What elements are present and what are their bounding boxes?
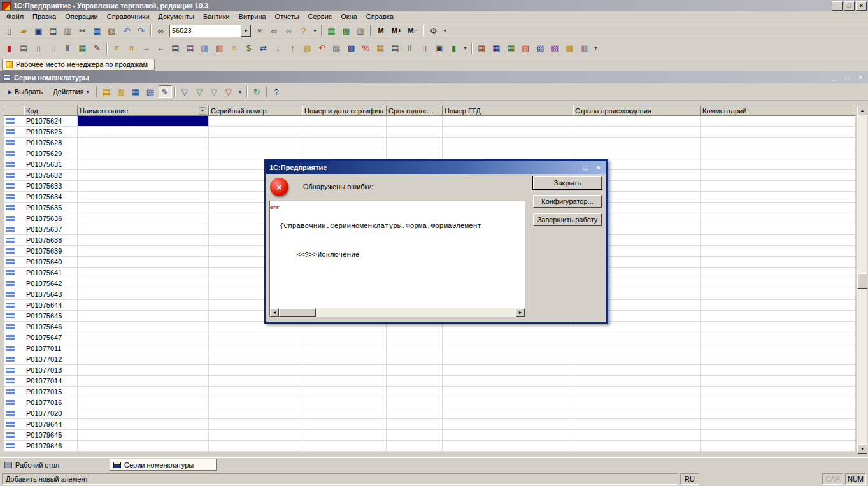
report-stock-icon[interactable]: ▦ (490, 42, 503, 55)
error-message-box[interactable]: err {Справочник.СерииНоменклатуры.Форма.… (269, 201, 525, 317)
table-row[interactable]: P01077012 (4, 354, 855, 365)
table-row[interactable]: P01075624 (4, 116, 855, 127)
move-item-icon[interactable]: ▦ (129, 85, 143, 98)
report-money-icon[interactable]: ▦ (504, 42, 518, 55)
counterparty-icon[interactable]: ii (61, 42, 75, 55)
hierarchy-view-icon[interactable]: ▤ (100, 85, 113, 98)
print-form-icon[interactable]: ▤ (17, 42, 31, 55)
edit-icon[interactable]: ✎ (90, 42, 104, 55)
column-header[interactable]: Наименование▼ (78, 106, 209, 116)
table-row[interactable]: P01079644 (4, 419, 855, 430)
discount-icon[interactable]: % (359, 42, 373, 55)
redo-icon[interactable]: ↷ (134, 24, 148, 37)
doc-journal-icon[interactable]: ▨ (330, 42, 343, 55)
price-list-icon[interactable]: ▩ (345, 42, 358, 55)
child-close-button[interactable]: × (856, 74, 865, 81)
filter-by-value-icon[interactable]: ▽ (193, 85, 206, 98)
series-icon[interactable]: ▤ (388, 42, 402, 55)
maximize-button[interactable]: □ (844, 1, 855, 11)
transfer-icon[interactable]: ⇄ (257, 42, 270, 55)
filter-off-icon[interactable]: ▽ (222, 85, 236, 98)
menu-item[interactable]: Справка (362, 12, 398, 21)
scroll-down-icon[interactable]: ▼ (857, 444, 867, 454)
horizontal-scroll-thumb[interactable] (279, 308, 316, 317)
help-icon[interactable]: ? (270, 85, 283, 98)
calculator-icon[interactable]: ▥ (354, 24, 367, 37)
menu-item[interactable]: Витрина (234, 12, 271, 21)
shutdown-button[interactable]: Завершить работу (533, 213, 602, 226)
money-doc-icon[interactable]: $ (242, 42, 255, 55)
menu-item[interactable]: Сервис (304, 12, 337, 21)
vertical-scrollbar[interactable]: ▲ ▼ (857, 106, 867, 454)
return-doc-icon[interactable]: ↶ (315, 42, 329, 55)
quick-search-combo-input[interactable] (169, 25, 241, 37)
spreadsheet-icon[interactable]: ▦ (325, 24, 338, 37)
menu-item[interactable]: Окна (336, 12, 362, 21)
doc-copy-icon[interactable]: ▯ (32, 42, 45, 55)
open-icon[interactable]: ▰ (17, 24, 31, 37)
cash-register-icon[interactable]: ▣ (432, 42, 446, 55)
new-document-icon[interactable]: ▯ (3, 24, 16, 37)
column-header[interactable]: Страна происхождения (573, 106, 701, 116)
contract-icon[interactable]: ▯ (418, 42, 431, 55)
menu-item[interactable]: Документы (153, 12, 199, 21)
report-debt-icon[interactable]: ▧ (519, 42, 532, 55)
minimize-button[interactable]: _ (832, 1, 843, 11)
vertical-scroll-thumb[interactable] (857, 273, 867, 289)
sort-indicator-icon[interactable]: ▼ (199, 107, 206, 115)
order-icon[interactable]: ▧ (301, 42, 314, 55)
column-header[interactable] (4, 106, 24, 116)
table-row[interactable]: P01079645 (4, 430, 855, 441)
coins-icon[interactable]: ¤ (227, 42, 241, 55)
horizontal-scrollbar[interactable]: ◄ ► (270, 308, 525, 317)
cash-in-icon[interactable]: ¤ (110, 42, 124, 55)
window-tab-series[interactable]: Серии номенклатуры (110, 459, 217, 471)
table-row[interactable]: P01077011 (4, 343, 855, 354)
column-header[interactable]: Код (24, 106, 78, 116)
list-view-icon[interactable]: ▥ (115, 85, 128, 98)
quick-search-combo-drop-icon[interactable]: ▼ (241, 25, 251, 37)
table-row[interactable]: P01075629 (4, 148, 855, 159)
search-in-list-icon[interactable]: ▧ (144, 85, 157, 98)
undo-icon[interactable]: ↶ (120, 24, 133, 37)
docs-dropdown-caret-icon[interactable]: ▾ (462, 42, 469, 55)
configurator-button[interactable]: Конфигуратор... (533, 195, 602, 208)
table-edit-icon[interactable]: ▩ (339, 24, 353, 37)
menu-item[interactable]: Файл (2, 12, 28, 21)
dialog-maximize-button[interactable]: □ (581, 164, 590, 171)
vertical-scroll-track[interactable] (857, 115, 867, 444)
report-chart-icon[interactable]: ▩ (563, 42, 576, 55)
table-row[interactable]: P01077015 (4, 387, 855, 397)
find-icon[interactable]: ∞ (154, 24, 167, 37)
refresh-icon[interactable]: ↻ (250, 85, 264, 98)
column-header[interactable]: Срок годнос... (387, 106, 443, 116)
report-price-icon[interactable]: ▧ (534, 42, 547, 55)
reports-dropdown-caret-icon[interactable]: ▾ (592, 42, 599, 55)
workspace-tab[interactable]: Рабочее место менеджера по продажам (2, 59, 155, 71)
menu-item[interactable]: Правка (28, 12, 60, 21)
menu-item[interactable]: Бантики (199, 12, 234, 21)
child-minimize-button[interactable]: _ (829, 74, 838, 81)
menu-item[interactable]: Операции (60, 12, 102, 21)
close-error-button[interactable]: Закрыть (533, 176, 602, 189)
scroll-left-icon[interactable]: ◄ (270, 308, 279, 317)
invoice-out-icon[interactable]: ▤ (183, 42, 197, 55)
table-row[interactable]: P01077013 (4, 365, 855, 376)
memory-button[interactable]: M (374, 24, 388, 37)
cut-icon[interactable]: ✂ (76, 24, 89, 37)
close-button[interactable]: × (856, 1, 867, 11)
actions-button[interactable]: Действия▾ (48, 85, 94, 99)
filter-icon[interactable]: ▽ (178, 85, 192, 98)
menu-item[interactable]: Отчеты (271, 12, 304, 21)
table-row[interactable]: P01075628 (4, 138, 855, 148)
doc-copy-2-icon[interactable]: ▯ (46, 42, 60, 55)
cash-out-icon[interactable]: ¤ (125, 42, 138, 55)
menu-item[interactable]: Справочники (103, 12, 154, 21)
copy-icon[interactable]: ▦ (90, 24, 104, 37)
memory-minus-button[interactable]: M− (406, 24, 421, 37)
scroll-up-icon[interactable]: ▲ (857, 106, 867, 115)
dialog-close-button[interactable]: × (594, 164, 603, 171)
table-icon[interactable]: ▦ (76, 42, 89, 55)
horizontal-scroll-track[interactable] (279, 308, 516, 317)
report-sales-icon[interactable]: ▦ (475, 42, 488, 55)
